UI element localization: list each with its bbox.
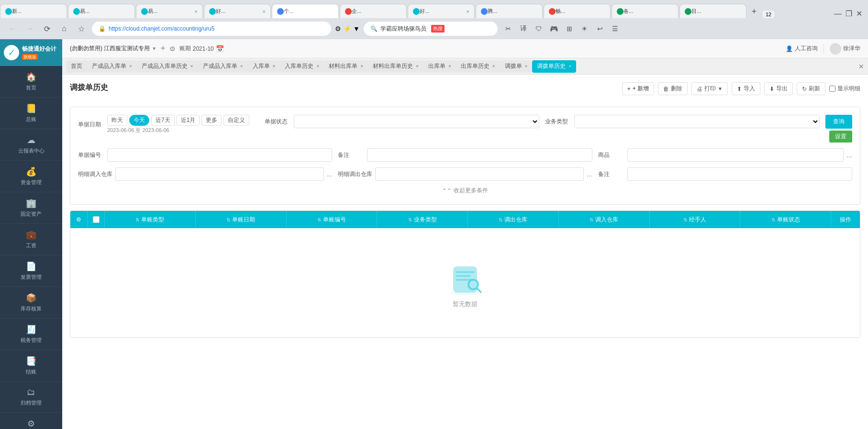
bookmark-button[interactable]: ☆: [75, 22, 88, 35]
close-icon[interactable]: ✕: [856, 9, 862, 18]
tab-close-material-out[interactable]: ×: [360, 64, 363, 69]
address-input[interactable]: 🔒 https://cloud.chanjet.com/accounting/u…: [92, 22, 331, 36]
tab-in-order[interactable]: 入库单 ×: [248, 60, 280, 73]
in-wh-ellipsis[interactable]: ...: [327, 170, 333, 178]
back-button[interactable]: ←: [6, 22, 19, 35]
tab-close-out-order[interactable]: ×: [448, 64, 451, 69]
tab-close-product-in2[interactable]: ×: [240, 64, 243, 69]
sidebar-item-home[interactable]: 🏠 首页: [0, 66, 62, 98]
tab-product-in[interactable]: 产成品入库单 ×: [87, 60, 137, 73]
search-bar[interactable]: 🔍 学霸应聘场驱鸟员 热搜: [364, 22, 498, 36]
shield-icon[interactable]: 🛡: [532, 22, 545, 35]
dropdown-button[interactable]: ▼: [353, 25, 360, 33]
new-button[interactable]: + + 新增: [622, 82, 654, 95]
order-no-input[interactable]: [107, 148, 332, 162]
th-out-wh[interactable]: ⇅ 调出仓库: [468, 211, 559, 228]
add-company-button[interactable]: +: [160, 44, 166, 54]
out-wh-ellipsis[interactable]: ...: [587, 170, 592, 178]
refresh-button[interactable]: ↻ 刷新: [797, 82, 825, 95]
browser-tab-10[interactable]: 各...: [612, 4, 679, 18]
browser-tab-8[interactable]: 腾...: [476, 4, 543, 18]
collapse-button[interactable]: ⌃⌃ 收起更多条件: [440, 185, 490, 197]
tabs-close-all-icon[interactable]: ✕: [858, 63, 864, 70]
tab-count[interactable]: 12: [763, 11, 774, 18]
tab-product-in-history[interactable]: 产成品入库单历史 ×: [137, 60, 198, 73]
user-profile-button[interactable]: 徐泽华: [830, 43, 860, 55]
minimize-icon[interactable]: —: [834, 10, 842, 18]
tab-close-product-in-history[interactable]: ×: [190, 64, 193, 69]
sidebar-item-inventory[interactable]: 📦 库存核算: [0, 287, 62, 319]
company-dropdown-icon[interactable]: ▼: [152, 46, 156, 51]
extension-icon-2[interactable]: ⚡: [343, 25, 351, 33]
sidebar-item-report[interactable]: ☁ 云报表中心: [0, 129, 62, 161]
grid-icon[interactable]: ⊞: [563, 22, 576, 35]
human-service-button[interactable]: 👤 人工咨询: [786, 44, 818, 53]
browser-tab-1[interactable]: 新...: [0, 4, 67, 18]
tab-in-history[interactable]: 入库单历史 ×: [280, 60, 324, 73]
th-number[interactable]: ⇅ 单账编号: [287, 211, 378, 228]
browser-tab-7[interactable]: 好... ×: [408, 4, 475, 18]
browser-tab-4[interactable]: 好... ×: [204, 4, 271, 18]
settings-company-icon[interactable]: ⚙: [169, 45, 176, 53]
th-type[interactable]: ⇅ 单账类型: [105, 211, 196, 228]
print-button[interactable]: 🖨 打印 ▼: [691, 82, 728, 95]
refresh-button[interactable]: ⟳: [40, 22, 54, 35]
sidebar-item-assets[interactable]: 🏢 固定资产: [0, 192, 62, 224]
tab-close-icon[interactable]: ×: [467, 9, 469, 14]
tab-close-in-order[interactable]: ×: [273, 64, 276, 69]
header-checkbox[interactable]: [93, 216, 100, 223]
tab-out-history[interactable]: 出库单历史 ×: [456, 60, 500, 73]
sidebar-item-wages[interactable]: 💼 工资: [0, 224, 62, 255]
th-check[interactable]: [88, 211, 105, 228]
brightness-icon[interactable]: ☀: [578, 22, 591, 35]
company-selector[interactable]: (勿删勿禁用) 江西服宝测试专用 ▼: [70, 44, 156, 53]
import-button[interactable]: ⬆ 导入: [732, 82, 760, 95]
browser-tab-5[interactable]: 个...: [272, 4, 339, 18]
remark-input[interactable]: [367, 148, 592, 162]
tab-close-material-out-history[interactable]: ×: [416, 64, 419, 69]
th-settings[interactable]: ⚙: [70, 211, 88, 228]
sidebar-item-close[interactable]: 📑 结账: [0, 350, 62, 382]
translate-icon[interactable]: 译: [517, 22, 530, 35]
browser-tab-6[interactable]: 企...: [340, 4, 407, 18]
th-status[interactable]: ⇅ 单账状态: [740, 211, 831, 228]
display-detail-checkbox[interactable]: 显示明细: [829, 85, 860, 93]
yesterday-button[interactable]: 昨天: [107, 115, 127, 126]
tab-out-order[interactable]: 出库单 ×: [423, 60, 456, 73]
tab-transfer-history[interactable]: 调拨单历史 ×: [532, 60, 576, 73]
export-button[interactable]: ⬇ 导出: [764, 82, 793, 95]
sidebar-item-settings[interactable]: ⚙ 基础设置: [0, 413, 62, 429]
browser-tab-11[interactable]: 目...: [679, 4, 746, 18]
tab-material-out[interactable]: 材料出库单 ×: [324, 60, 368, 73]
tab-close-transfer[interactable]: ×: [525, 64, 528, 69]
remark2-input[interactable]: [627, 167, 852, 181]
sidebar-item-archive[interactable]: 🗂 归档管理: [0, 382, 62, 413]
tab-home[interactable]: 首页: [66, 60, 87, 73]
browser-tab-3[interactable]: 易... ×: [136, 4, 203, 18]
week-button[interactable]: 近7天: [151, 115, 175, 126]
display-detail-input[interactable]: [829, 86, 835, 92]
print-dropdown-icon[interactable]: ▼: [718, 86, 723, 91]
more-button[interactable]: 更多: [201, 115, 222, 126]
new-tab-button[interactable]: +: [747, 5, 761, 18]
custom-button[interactable]: 自定义: [223, 115, 249, 126]
menu-icon[interactable]: ☰: [609, 22, 622, 35]
home-button[interactable]: ⌂: [57, 22, 71, 35]
biz-type-select[interactable]: [574, 115, 820, 128]
th-biz-type[interactable]: ⇅ 业务类型: [377, 211, 468, 228]
tab-close-transfer-history[interactable]: ×: [568, 64, 571, 69]
tab-close-icon[interactable]: ×: [195, 9, 198, 14]
scissors-icon[interactable]: ✂: [501, 22, 515, 35]
goods-ellipsis[interactable]: ...: [846, 151, 852, 159]
tab-close-out-history[interactable]: ×: [492, 64, 495, 69]
out-wh-input[interactable]: [375, 167, 584, 181]
status-select[interactable]: [294, 115, 539, 128]
tab-transfer[interactable]: 调拨单 ×: [500, 60, 533, 73]
forward-button[interactable]: →: [23, 22, 36, 35]
tab-close-icon[interactable]: ×: [263, 9, 266, 14]
maximize-icon[interactable]: ❐: [846, 9, 852, 18]
browser-tab-9[interactable]: 畅...: [544, 4, 611, 18]
sidebar-item-invoice[interactable]: 📄 发票管理: [0, 255, 62, 287]
tab-material-out-history[interactable]: 材料出库单历史 ×: [368, 60, 423, 73]
goods-input[interactable]: [627, 148, 844, 162]
